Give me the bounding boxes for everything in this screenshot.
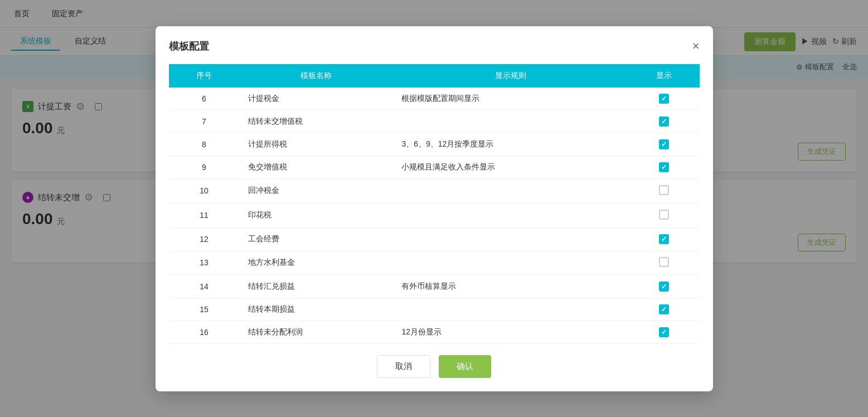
col-header-display: 显示 [629,64,700,88]
cell-rule [392,227,628,250]
display-checkbox[interactable] [659,94,669,104]
col-header-name: 模板名称 [239,64,392,88]
table-row: 10回冲税金 [169,178,700,203]
cell-rule: 12月份显示 [392,321,628,343]
table-row: 9免交增值税小规模且满足收入条件显示 [169,156,700,178]
config-table: 序号 模板名称 显示规则 显示 6计提税金根据模版配置期间显示7结转未交增值税8… [169,64,700,344]
modal-confirm-button[interactable]: 确认 [439,355,491,378]
cell-rule: 小规模且满足收入条件显示 [392,156,628,178]
cell-rule: 根据模版配置期间显示 [392,88,628,110]
modal-table-scroll[interactable]: 序号 模板名称 显示规则 显示 6计提税金根据模版配置期间显示7结转未交增值税8… [169,64,700,344]
cell-name: 印花税 [239,203,392,227]
cell-seq: 16 [169,321,240,343]
col-header-seq: 序号 [169,64,240,88]
modal-overlay: 模板配置 × 序号 模板名称 显示规则 显示 6计提税金根据模版配置期间显示7结… [0,0,868,417]
cell-seq: 6 [169,88,240,110]
display-checkbox[interactable] [659,210,669,220]
cell-name: 结转汇兑损益 [239,275,392,298]
cell-display[interactable] [629,178,700,203]
cell-display[interactable] [629,133,700,156]
cell-name: 工会经费 [239,227,392,250]
display-checkbox[interactable] [659,117,669,127]
display-checkbox[interactable] [659,234,669,244]
table-row: 13地方水利基金 [169,250,700,275]
modal-header: 模板配置 × [169,40,700,53]
cell-rule [392,250,628,275]
cell-display[interactable] [629,156,700,178]
table-row: 11印花税 [169,203,700,227]
cell-name: 计提所得税 [239,133,392,156]
cell-display[interactable] [629,88,700,110]
display-checkbox[interactable] [659,185,669,195]
cell-name: 结转本期损益 [239,298,392,321]
cell-display[interactable] [629,275,700,298]
modal-cancel-button[interactable]: 取消 [377,355,430,378]
cell-seq: 13 [169,250,240,275]
cell-name: 计提税金 [239,88,392,110]
table-row: 15结转本期损益 [169,298,700,321]
table-row: 14结转汇兑损益有外币核算显示 [169,275,700,298]
cell-name: 免交增值税 [239,156,392,178]
cell-rule [392,178,628,203]
cell-seq: 8 [169,133,240,156]
cell-display[interactable] [629,110,700,133]
cell-seq: 11 [169,203,240,227]
cell-seq: 10 [169,178,240,203]
display-checkbox[interactable] [659,304,669,314]
table-row: 16结转未分配利润12月份显示 [169,321,700,343]
display-checkbox[interactable] [659,139,669,149]
cell-rule [392,298,628,321]
cell-seq: 9 [169,156,240,178]
cell-name: 结转未交增值税 [239,110,392,133]
table-row: 8计提所得税3、6、9、12月按季度显示 [169,133,700,156]
table-body: 6计提税金根据模版配置期间显示7结转未交增值税8计提所得税3、6、9、12月按季… [169,88,700,344]
cell-seq: 12 [169,227,240,250]
table-row: 12工会经费 [169,227,700,250]
cell-name: 回冲税金 [239,178,392,203]
display-checkbox[interactable] [659,282,669,292]
cell-display[interactable] [629,298,700,321]
table-row: 7结转未交增值税 [169,110,700,133]
cell-rule: 3、6、9、12月按季度显示 [392,133,628,156]
cell-display[interactable] [629,250,700,275]
display-checkbox[interactable] [659,327,669,337]
display-checkbox[interactable] [659,257,669,267]
modal-title: 模板配置 [169,40,209,53]
cell-rule [392,110,628,133]
cell-display[interactable] [629,227,700,250]
table-row: 6计提税金根据模版配置期间显示 [169,88,700,110]
cell-display[interactable] [629,203,700,227]
cell-name: 地方水利基金 [239,250,392,275]
modal-footer: 取消 确认 [169,355,700,378]
cell-seq: 15 [169,298,240,321]
cell-rule: 有外币核算显示 [392,275,628,298]
table-header-row: 序号 模板名称 显示规则 显示 [169,64,700,88]
cell-seq: 14 [169,275,240,298]
col-header-rule: 显示规则 [392,64,628,88]
modal-template-config: 模板配置 × 序号 模板名称 显示规则 显示 6计提税金根据模版配置期间显示7结… [156,26,713,391]
cell-seq: 7 [169,110,240,133]
modal-close-button[interactable]: × [692,40,700,52]
cell-rule [392,203,628,227]
cell-name: 结转未分配利润 [239,321,392,343]
display-checkbox[interactable] [659,162,669,172]
cell-display[interactable] [629,321,700,343]
